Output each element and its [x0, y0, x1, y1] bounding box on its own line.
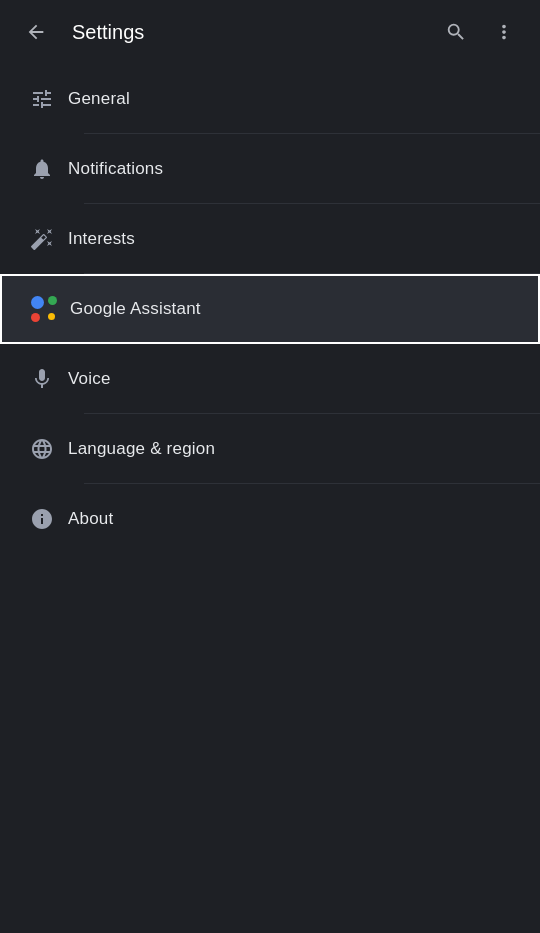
voice-icon — [16, 367, 68, 391]
notifications-icon — [16, 157, 68, 181]
interests-icon — [16, 227, 68, 251]
about-label: About — [68, 509, 113, 529]
menu-item-about[interactable]: About — [0, 484, 540, 554]
app-container: Settings General — [0, 0, 540, 554]
back-arrow-icon — [25, 21, 47, 43]
menu-item-google-assistant[interactable]: Google Assistant — [0, 274, 540, 344]
google-assistant-icon — [18, 296, 70, 322]
google-assistant-label: Google Assistant — [70, 299, 201, 319]
more-vertical-icon — [493, 21, 515, 43]
back-button[interactable] — [16, 12, 56, 52]
general-label: General — [68, 89, 130, 109]
menu-item-interests[interactable]: Interests — [0, 204, 540, 274]
interests-label: Interests — [68, 229, 135, 249]
info-icon — [30, 507, 54, 531]
wand-icon — [30, 227, 54, 251]
settings-menu: General Notifications Interests — [0, 64, 540, 554]
menu-item-voice[interactable]: Voice — [0, 344, 540, 414]
header-actions — [436, 12, 524, 52]
language-region-label: Language & region — [68, 439, 215, 459]
notifications-label: Notifications — [68, 159, 163, 179]
about-icon — [16, 507, 68, 531]
general-icon — [16, 87, 68, 111]
menu-item-language-region[interactable]: Language & region — [0, 414, 540, 484]
bell-icon — [30, 157, 54, 181]
microphone-icon — [30, 367, 54, 391]
voice-label: Voice — [68, 369, 111, 389]
search-button[interactable] — [436, 12, 476, 52]
menu-item-notifications[interactable]: Notifications — [0, 134, 540, 204]
page-title: Settings — [72, 21, 436, 44]
language-icon — [16, 437, 68, 461]
sliders-icon — [30, 87, 54, 111]
header: Settings — [0, 0, 540, 64]
search-icon — [445, 21, 467, 43]
globe-icon — [30, 437, 54, 461]
more-options-button[interactable] — [484, 12, 524, 52]
menu-item-general[interactable]: General — [0, 64, 540, 134]
